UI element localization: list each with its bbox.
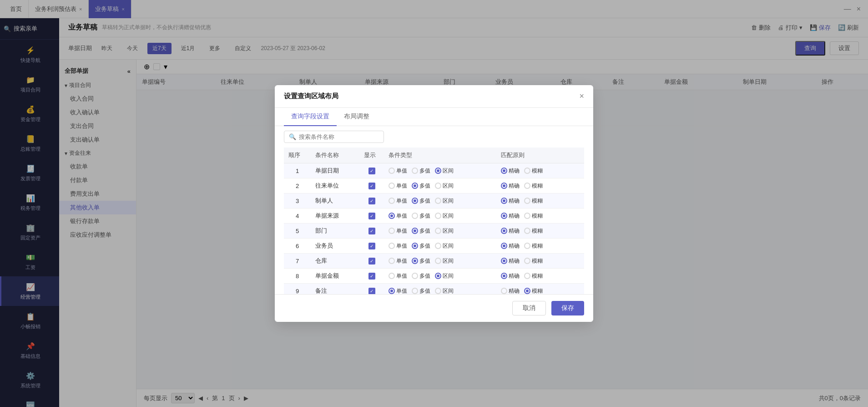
radio-range[interactable]: 区间 — [435, 212, 454, 220]
row-show-checkbox[interactable] — [359, 239, 384, 254]
modal-tabs: 查询字段设置 布局调整 — [275, 108, 593, 126]
radio-fuzzy[interactable]: 模糊 — [524, 257, 543, 265]
search-icon: 🔍 — [289, 133, 296, 140]
radio-range[interactable]: 区间 — [435, 167, 454, 175]
modal-table-row: 9备注单值多值区间精确模糊 — [284, 284, 584, 295]
radio-single[interactable]: 单值 — [389, 242, 407, 250]
checkbox-show[interactable] — [368, 213, 375, 219]
radio-dot-range — [435, 228, 441, 234]
modal-table-wrap: 顺序 条件名称 显示 条件类型 匹配原则 1单据日期单值多值区间精确模糊2往来单… — [275, 148, 593, 294]
modal-conditions-table: 顺序 条件名称 显示 条件类型 匹配原则 1单据日期单值多值区间精确模糊2往来单… — [284, 148, 584, 294]
modal-table-row: 5部门单值多值区间精确模糊 — [284, 224, 584, 239]
modal-close-button[interactable]: × — [579, 92, 584, 101]
modal-tab-layout[interactable]: 布局调整 — [337, 108, 377, 126]
row-show-checkbox[interactable] — [359, 224, 384, 239]
row-show-checkbox[interactable] — [359, 178, 384, 193]
radio-multi[interactable]: 多值 — [412, 227, 430, 235]
search-input-wrap: 🔍 — [284, 131, 384, 143]
radio-exact[interactable]: 精确 — [501, 272, 520, 280]
checkbox-show[interactable] — [368, 258, 375, 265]
radio-dot-single — [389, 183, 395, 189]
radio-dot-multi — [412, 198, 418, 204]
row-show-checkbox[interactable] — [359, 193, 384, 209]
checkbox-show[interactable] — [368, 228, 375, 234]
radio-fuzzy[interactable]: 模糊 — [524, 227, 543, 235]
radio-exact[interactable]: 精确 — [501, 197, 520, 205]
checkbox-show[interactable] — [368, 288, 375, 294]
cancel-button[interactable]: 取消 — [512, 301, 546, 315]
radio-exact[interactable]: 精确 — [501, 257, 520, 265]
row-show-checkbox[interactable] — [359, 209, 384, 224]
radio-multi[interactable]: 多值 — [412, 197, 430, 205]
radio-multi[interactable]: 多值 — [412, 242, 430, 250]
radio-range[interactable]: 区间 — [435, 227, 454, 235]
radio-fuzzy[interactable]: 模糊 — [524, 212, 543, 220]
radio-exact[interactable]: 精确 — [501, 167, 520, 175]
radio-multi[interactable]: 多值 — [412, 182, 430, 190]
radio-range[interactable]: 区间 — [435, 197, 454, 205]
radio-dot-single — [389, 273, 395, 279]
radio-dot-single — [389, 198, 395, 204]
row-cond-type: 单值多值区间 — [384, 254, 496, 269]
radio-multi[interactable]: 多值 — [412, 272, 430, 280]
col-order: 顺序 — [284, 148, 311, 163]
checkbox-show[interactable] — [368, 168, 375, 174]
row-cond-name: 单据日期 — [311, 163, 359, 178]
row-show-checkbox[interactable] — [359, 254, 384, 269]
checkbox-show[interactable] — [368, 243, 375, 249]
radio-range[interactable]: 区间 — [435, 272, 454, 280]
radio-single[interactable]: 单值 — [389, 287, 407, 295]
radio-exact[interactable]: 精确 — [501, 242, 520, 250]
radio-dot-range — [435, 168, 441, 174]
radio-dot-single — [389, 168, 395, 174]
modal-tab-fields[interactable]: 查询字段设置 — [284, 108, 337, 126]
radio-dot-fuzzy — [524, 198, 530, 204]
row-order: 9 — [284, 284, 311, 295]
modal-table-row: 8单据金额单值多值区间精确模糊 — [284, 269, 584, 284]
radio-fuzzy[interactable]: 模糊 — [524, 182, 543, 190]
radio-exact[interactable]: 精确 — [501, 227, 520, 235]
radio-range[interactable]: 区间 — [435, 287, 454, 295]
radio-dot-fuzzy — [524, 168, 530, 174]
radio-dot-multi — [412, 228, 418, 234]
radio-single[interactable]: 单值 — [389, 272, 407, 280]
radio-single[interactable]: 单值 — [389, 167, 407, 175]
radio-fuzzy[interactable]: 模糊 — [524, 167, 543, 175]
checkbox-show[interactable] — [368, 183, 375, 189]
radio-multi[interactable]: 多值 — [412, 257, 430, 265]
radio-fuzzy[interactable]: 模糊 — [524, 242, 543, 250]
radio-range[interactable]: 区间 — [435, 257, 454, 265]
radio-single[interactable]: 单值 — [389, 197, 407, 205]
radio-range[interactable]: 区间 — [435, 182, 454, 190]
row-order: 3 — [284, 193, 311, 209]
radio-dot-fuzzy — [524, 258, 530, 264]
save-confirm-button[interactable]: 保存 — [551, 301, 584, 315]
radio-exact[interactable]: 精确 — [501, 182, 520, 190]
checkbox-show[interactable] — [368, 198, 375, 204]
radio-single[interactable]: 单值 — [389, 212, 407, 220]
row-match: 精确模糊 — [496, 193, 584, 209]
row-cond-type: 单值多值区间 — [384, 178, 496, 193]
condition-search-input[interactable] — [299, 133, 379, 140]
radio-range[interactable]: 区间 — [435, 242, 454, 250]
radio-multi[interactable]: 多值 — [412, 287, 430, 295]
radio-exact[interactable]: 精确 — [501, 287, 520, 295]
radio-fuzzy[interactable]: 模糊 — [524, 272, 543, 280]
radio-single[interactable]: 单值 — [389, 227, 407, 235]
radio-single[interactable]: 单值 — [389, 257, 407, 265]
row-show-checkbox[interactable] — [359, 163, 384, 178]
radio-dot-exact — [501, 198, 507, 204]
radio-fuzzy[interactable]: 模糊 — [524, 197, 543, 205]
modal-header: 设置查询区域布局 × — [275, 85, 593, 108]
row-match: 精确模糊 — [496, 209, 584, 224]
checkbox-show[interactable] — [368, 273, 375, 280]
radio-exact[interactable]: 精确 — [501, 212, 520, 220]
radio-multi[interactable]: 多值 — [412, 167, 430, 175]
row-show-checkbox[interactable] — [359, 269, 384, 284]
radio-single[interactable]: 单值 — [389, 182, 407, 190]
radio-fuzzy[interactable]: 模糊 — [524, 287, 543, 295]
radio-multi[interactable]: 多值 — [412, 212, 430, 220]
row-show-checkbox[interactable] — [359, 284, 384, 295]
radio-dot-multi — [412, 213, 418, 219]
row-order: 4 — [284, 209, 311, 224]
